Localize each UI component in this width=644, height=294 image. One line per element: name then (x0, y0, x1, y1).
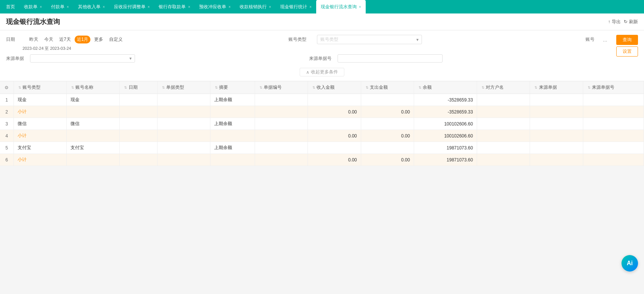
th-expense[interactable]: ⇅ 支出金额 (361, 81, 414, 94)
nav-tab-8[interactable]: 现金银行流水查询 × (316, 0, 366, 13)
close-icon[interactable]: × (359, 5, 361, 9)
export-button[interactable]: ↑ 导出 (608, 19, 621, 25)
sort-icon: ⇅ (419, 86, 422, 90)
close-icon[interactable]: × (148, 5, 150, 9)
nav-tab-3[interactable]: 应收应付调整单 × (110, 0, 155, 13)
sort-icon: ⇅ (588, 86, 591, 90)
close-icon[interactable]: × (188, 5, 190, 9)
filter-row-source: 来源单据 ▾ 来源单据号 (6, 54, 610, 63)
source-doc-no-label: 来源单据号 (309, 55, 332, 62)
date-options: 昨天 今天 近7天 近1月 更多 自定义 (27, 36, 125, 43)
date-btn-custom[interactable]: 自定义 (107, 36, 125, 43)
sort-icon: ⇅ (124, 86, 127, 90)
export-icon: ↑ (608, 19, 610, 24)
th-account-name[interactable]: ⇅ 账号名称 (66, 81, 119, 94)
nav-tab-6[interactable]: 收款核销执行 × (235, 0, 276, 13)
close-icon[interactable]: × (103, 5, 105, 9)
nav-tab-2[interactable]: 其他收入单 × (74, 0, 110, 13)
settings-button[interactable]: 设置 (616, 46, 638, 57)
sort-icon: ⇅ (18, 86, 21, 90)
collapse-button[interactable]: ∧ 收起更多条件 (300, 68, 344, 76)
table-row[interactable]: 6小计0.000.0019871073.60 (0, 154, 644, 166)
date-btn-yesterday[interactable]: 昨天 (27, 36, 41, 43)
filter-area: 日期 昨天 今天 近7天 近1月 更多 自定义 账号类型 账号类型 ▾ (0, 30, 644, 81)
header-actions: ↑ 导出 ↻ 刷新 (608, 19, 638, 25)
sort-icon: ⇅ (71, 86, 74, 90)
filter-row-date: 日期 昨天 今天 近7天 近1月 更多 自定义 账号类型 账号类型 ▾ (6, 35, 610, 44)
collapse-bar: ∧ 收起更多条件 (6, 66, 638, 76)
th-source-doc-no[interactable]: ⇅ 来源单据号 (583, 81, 644, 94)
table-header-row: ⚙ ⇅ 账号类型 ⇅ 账号名称 ⇅ 日期 ⇅ 单据类型 ⇅ (0, 81, 644, 94)
nav-tab-4[interactable]: 银行存取款单 × (154, 0, 195, 13)
date-btn-more[interactable]: 更多 (92, 36, 105, 43)
close-icon[interactable]: × (67, 5, 69, 9)
page-title: 现金银行流水查询 (6, 17, 60, 26)
data-table: ⚙ ⇅ 账号类型 ⇅ 账号名称 ⇅ 日期 ⇅ 单据类型 ⇅ (0, 81, 644, 166)
th-doc-no[interactable]: ⇅ 单据编号 (255, 81, 308, 94)
nav-home[interactable]: 首页 (2, 0, 20, 13)
sort-icon: ⇅ (366, 86, 369, 90)
sort-icon: ⇅ (260, 86, 263, 90)
sort-icon: ⇅ (534, 86, 537, 90)
page-header: 现金银行流水查询 ↑ 导出 ↻ 刷新 (0, 13, 644, 30)
table-row[interactable]: 4小计0.000.00100102606.60 (0, 130, 644, 142)
th-counterpart[interactable]: ⇅ 对方户名 (477, 81, 530, 94)
account-label: 账号 (585, 36, 597, 43)
query-button[interactable]: 查询 (616, 35, 638, 45)
date-label: 日期 (6, 36, 21, 43)
th-summary[interactable]: ⇅ 摘要 (210, 81, 255, 94)
th-account-type[interactable]: ⇅ 账号类型 (14, 81, 66, 94)
chevron-down-icon-2: ▾ (129, 56, 132, 61)
sort-icon: ⇅ (482, 86, 485, 90)
nav-tab-7[interactable]: 现金银行统计 × (276, 0, 316, 13)
close-icon[interactable]: × (269, 5, 271, 9)
th-gear[interactable]: ⚙ (0, 81, 14, 94)
sort-icon: ⇅ (162, 86, 165, 90)
close-icon[interactable]: × (40, 5, 42, 9)
account-type-select[interactable]: 账号类型 ▾ (317, 35, 422, 44)
filter-buttons: 查询 设置 (616, 35, 638, 57)
table-row[interactable]: 3微信微信上期余额100102606.60 (0, 118, 644, 130)
sort-icon: ⇅ (312, 86, 315, 90)
table-row[interactable]: 5支付宝支付宝上期余额19871073.60 (0, 142, 644, 154)
account-dots[interactable]: ... (603, 37, 607, 43)
date-btn-today[interactable]: 今天 (42, 36, 56, 43)
source-doc-no-input[interactable] (338, 54, 443, 63)
table-container: ⚙ ⇅ 账号类型 ⇅ 账号名称 ⇅ 日期 ⇅ 单据类型 ⇅ (0, 81, 644, 166)
account-type-label: 账号类型 (288, 36, 311, 43)
nav-tab-5[interactable]: 预收冲应收单 × (195, 0, 235, 13)
th-source-doc[interactable]: ⇅ 来源单据 (530, 81, 583, 94)
sort-icon: ⇅ (215, 86, 218, 90)
date-btn-1month[interactable]: 近1月 (75, 36, 91, 43)
th-balance[interactable]: ⇅ 余额 (414, 81, 477, 94)
th-date[interactable]: ⇅ 日期 (120, 81, 157, 94)
nav-tab-0[interactable]: 收款单 × (20, 0, 47, 13)
close-icon[interactable]: × (309, 5, 312, 9)
chevron-down-icon: ▾ (416, 37, 419, 42)
chevron-up-icon: ∧ (306, 70, 309, 75)
top-nav: 首页 收款单 × 付款单 × 其他收入单 × 应收应付调整单 × 银行存取款单 … (0, 0, 644, 13)
close-icon[interactable]: × (228, 5, 231, 9)
refresh-icon: ↻ (624, 19, 627, 24)
date-range-display: 2023-02-24 至 2023-03-24 (23, 46, 71, 51)
th-doc-type[interactable]: ⇅ 单据类型 (157, 81, 210, 94)
account-type-placeholder: 账号类型 (320, 36, 338, 43)
th-income[interactable]: ⇅ 收入金额 (308, 81, 361, 94)
table-row[interactable]: 2小计0.000.00-3528659.33 (0, 106, 644, 118)
table-row[interactable]: 1现金现金上期余额-3528659.33 (0, 94, 644, 106)
date-btn-7days[interactable]: 近7天 (57, 36, 73, 43)
refresh-button[interactable]: ↻ 刷新 (624, 19, 638, 25)
source-doc-select[interactable]: ▾ (30, 54, 135, 63)
nav-tab-1[interactable]: 付款单 × (47, 0, 74, 13)
source-doc-label: 来源单据 (6, 55, 24, 62)
